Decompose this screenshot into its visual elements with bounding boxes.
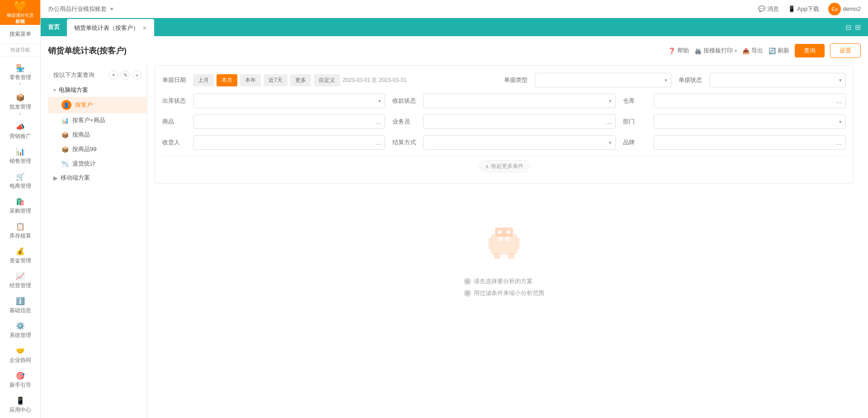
sidebar-item-retail[interactable]: 🏪 零售管理 ▾	[0, 60, 40, 90]
sidebar-item-enterprise[interactable]: 🤝 企业协同	[0, 343, 40, 368]
sidebar-item-marketing-label: 营销推广	[9, 133, 31, 140]
refresh-btn[interactable]: 🔄 刷新	[769, 47, 789, 55]
tab-minimize-icon[interactable]: ⊟	[845, 23, 851, 32]
sidebar-item-purchase[interactable]: 🛍️ 采购管理	[0, 194, 40, 218]
scheme-add-btn[interactable]: +	[109, 71, 118, 80]
scheme-item-customer-goods-label: 按客户+商品	[72, 116, 105, 124]
search-menu-label: 搜索菜单	[9, 31, 31, 37]
header-right-actions: 💬 消息 📱 App下载 Ea demo2	[758, 3, 861, 15]
sidebar-item-appcenter[interactable]: 📱 应用中心	[0, 393, 40, 418]
date-this-year-btn[interactable]: 本年	[240, 74, 261, 86]
tip-num-2: ②	[464, 290, 471, 297]
sidebar-item-finance[interactable]: 💰 资金管理	[0, 243, 40, 268]
scheme-item-return-stat[interactable]: 📉 退货统计	[48, 157, 147, 171]
salesperson-dots[interactable]: ...	[605, 118, 611, 126]
pc-group-arrow-icon: ▾	[53, 87, 56, 93]
newbie-icon: 🎯	[16, 371, 25, 380]
export-btn[interactable]: 📤 导出	[742, 47, 763, 55]
svg-rect-6	[488, 238, 492, 249]
settings-button[interactable]: 设置	[830, 43, 861, 58]
sidebar-item-system-label: 系统管理	[9, 332, 31, 339]
date-last-month-btn[interactable]: 上月	[193, 74, 214, 86]
receipt-status-select[interactable]: ▾	[423, 94, 615, 108]
doc-status-select[interactable]: ▾	[709, 73, 846, 87]
pc-group-header[interactable]: ▾ 电脑端方案	[48, 83, 147, 97]
tab-home-label: 首页	[48, 23, 60, 31]
warehouse-select[interactable]: ...	[654, 94, 846, 108]
sidebar-item-enterprise-label: 企业协同	[9, 356, 31, 364]
warehouse-label: 仓库	[623, 97, 650, 105]
settlement-select[interactable]: ▾	[423, 135, 615, 150]
goods-select[interactable]: ...	[193, 114, 385, 129]
sidebar-item-retail-label: 零售管理	[9, 74, 31, 81]
sidebar-item-ecommerce-label: 电商管理	[9, 182, 31, 190]
svg-rect-4	[499, 237, 503, 241]
scheme-item-by-goods-99[interactable]: 📦 按商品99	[48, 142, 147, 157]
salesperson-select[interactable]: ...	[423, 114, 615, 129]
svg-rect-9	[508, 253, 514, 259]
ship-status-select[interactable]: ▾	[193, 94, 385, 108]
receiver-dots[interactable]: ...	[375, 138, 381, 147]
sidebar-item-newbie-label: 新手引导	[9, 381, 31, 389]
sidebar-item-system[interactable]: ⚙️ 系统管理	[0, 318, 40, 343]
help-btn[interactable]: ❓ 帮助	[668, 47, 689, 55]
sidebar-item-newbie[interactable]: 🎯 新手引导	[0, 368, 40, 393]
sidebar-item-ecommerce[interactable]: 🛒 电商管理	[0, 169, 40, 194]
date-last7-btn[interactable]: 近7天	[264, 74, 288, 86]
user-profile[interactable]: Ea demo2	[828, 3, 861, 15]
print-btn[interactable]: 🖨️ 按模板打印 ▾	[694, 47, 737, 55]
svg-point-2	[498, 230, 501, 234]
sidebar-item-basic[interactable]: ℹ️ 基础信息	[0, 293, 40, 318]
app-download-btn[interactable]: 📱 App下载	[788, 5, 819, 13]
scheme-panel: 按以下方案查询 + ✎ « ▾ 电脑端方案	[48, 65, 147, 418]
brand-dots[interactable]: ...	[836, 138, 842, 147]
tab-sales-stat[interactable]: 销货单统计表（按客户） ✕	[67, 19, 154, 37]
app-download-icon: 📱	[788, 5, 795, 12]
tab-maximize-icon[interactable]: ⊞	[855, 23, 861, 32]
sidebar-item-sales[interactable]: 📊 销售管理	[0, 144, 40, 169]
sidebar-item-marketing[interactable]: 📣 营销推广	[0, 119, 40, 144]
doc-type-select[interactable]: ▾	[535, 73, 671, 87]
goods-dots[interactable]: ...	[375, 118, 381, 126]
breadcrumb-dropdown-icon[interactable]: ▾	[110, 5, 113, 12]
mobile-group-header[interactable]: ▶ 移动端方案	[53, 174, 142, 182]
print-dropdown-icon: ▾	[735, 48, 737, 53]
receiver-select[interactable]: ...	[193, 135, 385, 150]
mobile-scheme-group: ▶ 移动端方案	[48, 171, 147, 185]
brand-select[interactable]: ...	[654, 135, 846, 150]
refresh-label: 刷新	[778, 47, 789, 55]
tip-num-1: ①	[464, 278, 471, 285]
refresh-icon: 🔄	[769, 48, 776, 54]
date-more-btn[interactable]: 更多	[290, 74, 311, 86]
scheme-edit-btn[interactable]: ✎	[121, 71, 130, 80]
sidebar-logo[interactable]: 🧡 畅捷通好生意 标账	[0, 0, 41, 25]
svg-rect-5	[505, 237, 509, 241]
tip-text-2: 用过滤条件来缩小分析范围	[474, 289, 544, 297]
query-button[interactable]: 查询	[795, 44, 825, 57]
date-this-month-btn[interactable]: 本月	[217, 74, 237, 86]
export-label: 导出	[751, 47, 763, 55]
system-icon: ⚙️	[16, 322, 25, 330]
date-group: 上月 本月 本年 近7天 更多 自定义 2023-03-01 至 2023-03…	[193, 74, 497, 86]
message-btn[interactable]: 💬 消息	[758, 5, 779, 13]
collapse-bar: ∧ 收起更多条件	[162, 156, 846, 176]
sidebar-item-wholesale[interactable]: 📦 批发管理 ▴	[0, 90, 40, 119]
department-select[interactable]: ▾	[654, 114, 846, 129]
scheme-item-by-customer[interactable]: 👤 按客户	[48, 97, 147, 113]
search-menu-area[interactable]: 搜索菜单	[0, 25, 40, 44]
date-label: 单据日期	[162, 76, 189, 84]
warehouse-dots[interactable]: ...	[836, 97, 842, 105]
scheme-collapse-btn[interactable]: «	[132, 71, 142, 80]
sidebar-item-inventory[interactable]: 📋 库存核算	[0, 218, 40, 243]
filter-ship-status-item: 出库状态 ▾	[162, 94, 385, 108]
scheme-item-by-goods[interactable]: 📦 按商品	[48, 128, 147, 142]
scheme-item-by-customer-goods[interactable]: 📊 按客户+商品	[48, 113, 147, 128]
sidebar-item-operations[interactable]: 📈 经营管理	[0, 268, 40, 293]
date-custom-btn[interactable]: 自定义	[314, 74, 340, 86]
collapse-btn[interactable]: ∧ 收起更多条件	[479, 160, 529, 172]
sidebar-item-appcenter-label: 应用中心	[9, 406, 31, 414]
filter-row-1: 单据日期 上月 本月 本年 近7天 更多 自定义 2023-03-01 至 20…	[162, 73, 846, 87]
tab-home[interactable]: 首页	[41, 18, 67, 36]
tab-close-icon[interactable]: ✕	[142, 25, 147, 31]
settlement-label: 结算方式	[392, 138, 420, 147]
